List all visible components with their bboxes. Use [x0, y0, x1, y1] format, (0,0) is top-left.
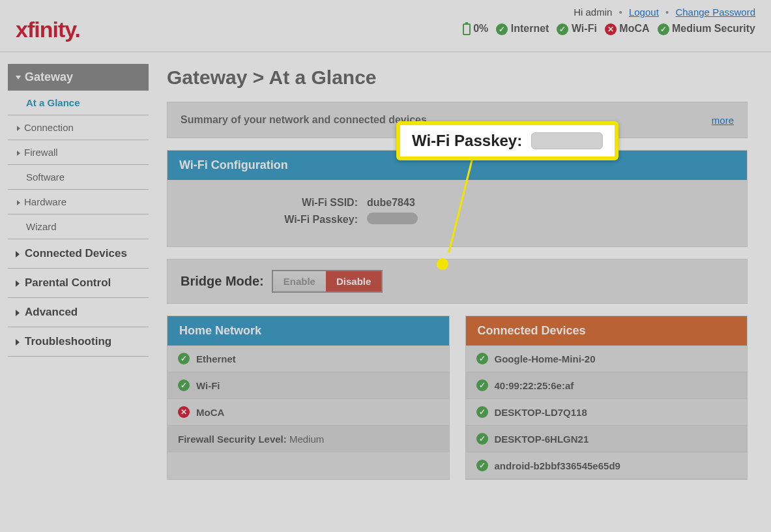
wifi-ssid-label: Wi-Fi SSID:	[167, 197, 363, 209]
sidebar-item-at-a-glance[interactable]: At a Glance	[8, 91, 149, 115]
sidebar-item-hardware[interactable]: Hardware	[8, 190, 149, 214]
battery-pct: 0%	[473, 23, 488, 34]
check-icon: ✓	[476, 460, 488, 471]
wifi-passkey-value	[363, 213, 418, 227]
redacted-passkey	[367, 213, 418, 224]
sidebar-item-software[interactable]: Software	[8, 165, 149, 190]
check-icon: ✓	[178, 379, 190, 391]
header-right: Hi admin • Logout • Change Password 0% ✓…	[463, 7, 755, 35]
check-icon: ✓	[476, 379, 488, 391]
callout-dot	[437, 258, 448, 270]
check-icon: ✓	[178, 353, 190, 364]
sidebar-item-wizard[interactable]: Wizard	[8, 214, 149, 239]
bridge-mode-label: Bridge Mode:	[181, 274, 264, 289]
battery-icon	[463, 23, 471, 35]
connected-device-item: ✓40:99:22:25:6e:af	[466, 372, 748, 399]
caret-right-icon	[17, 126, 20, 131]
home-network-panel: Home Network ✓Ethernet ✓Wi-Fi ✕MoCA Fire…	[167, 316, 450, 480]
more-link[interactable]: more	[712, 115, 734, 126]
status-internet: ✓ Internet	[496, 23, 549, 35]
check-icon: ✓	[476, 433, 488, 445]
wifi-ssid-value: dube7843	[363, 197, 415, 209]
check-icon: ✓	[557, 23, 568, 35]
logo: xfinity.	[16, 17, 80, 42]
connected-device-item: ✓DESKTOP-LD7Q118	[466, 399, 748, 426]
content: Gateway > At a Glance Summary of your ne…	[149, 52, 771, 480]
caret-right-icon	[16, 251, 20, 258]
sidebar-group-gateway[interactable]: Gateway	[8, 64, 149, 91]
wifi-passkey-label: Wi-Fi Passkey:	[167, 214, 363, 226]
connected-device-item: ✓android-b2bbf336545e65d9	[466, 452, 748, 479]
separator: •	[665, 7, 669, 18]
separator: •	[618, 7, 622, 18]
caret-right-icon	[17, 151, 20, 156]
change-password-link[interactable]: Change Password	[675, 7, 755, 18]
status-security: ✓ Medium Security	[658, 23, 755, 35]
caret-down-icon	[16, 76, 21, 80]
connected-devices-title: Connected Devices	[466, 316, 748, 346]
check-icon: ✓	[496, 23, 508, 35]
sidebar-item-connected-devices[interactable]: Connected Devices	[8, 239, 149, 269]
greeting-text: Hi admin	[574, 7, 612, 18]
status-moca: ✕ MoCA	[605, 23, 650, 35]
bridge-disable-button[interactable]: Disable	[326, 271, 381, 291]
header-links: Hi admin • Logout • Change Password	[463, 7, 755, 18]
wifi-config-panel: Wi-Fi Configuration Wi-Fi SSID: dube7843…	[167, 150, 748, 247]
firewall-value: Medium	[289, 434, 324, 445]
sidebar-item-connection[interactable]: Connection	[8, 115, 149, 140]
check-icon: ✓	[658, 23, 669, 35]
bridge-mode-panel: Bridge Mode: Enable Disable	[167, 259, 748, 304]
page-title: Gateway > At a Glance	[167, 66, 748, 89]
home-network-title: Home Network	[167, 316, 449, 346]
wifi-ssid-row: Wi-Fi SSID: dube7843	[167, 197, 747, 209]
main: Gateway At a Glance Connection Firewall …	[0, 52, 771, 480]
connected-devices-panel: Connected Devices ✓Google-Home-Mini-20 ✓…	[465, 316, 748, 480]
status-wifi: ✓ Wi-Fi	[557, 23, 596, 35]
status-row: 0% ✓ Internet ✓ Wi-Fi ✕ MoCA ✓ Medium Se…	[463, 23, 755, 35]
summary-text: Summary of your network and connected de…	[181, 114, 429, 126]
caret-right-icon	[16, 339, 20, 346]
connected-device-item: ✓Google-Home-Mini-20	[466, 346, 748, 372]
home-network-item-ethernet: ✓Ethernet	[167, 346, 449, 372]
caret-right-icon	[16, 310, 20, 316]
x-icon: ✕	[605, 23, 617, 35]
home-network-item-moca: ✕MoCA	[167, 399, 449, 426]
bridge-enable-button[interactable]: Enable	[273, 271, 326, 291]
caret-right-icon	[16, 280, 20, 287]
battery-status: 0%	[463, 23, 488, 35]
home-network-item-wifi: ✓Wi-Fi	[167, 372, 449, 399]
header: xfinity. Hi admin • Logout • Change Pass…	[0, 0, 771, 52]
sidebar-item-troubleshooting[interactable]: Troubleshooting	[8, 327, 149, 357]
callout-redacted	[531, 132, 603, 149]
check-icon: ✓	[476, 406, 488, 418]
check-icon: ✓	[476, 353, 488, 364]
connected-device-item: ✓DESKTOP-6HLGN21	[466, 426, 748, 452]
sidebar-item-advanced[interactable]: Advanced	[8, 298, 149, 327]
callout-label: Wi-Fi Passkey:	[412, 132, 522, 150]
bridge-mode-toggle: Enable Disable	[272, 270, 383, 293]
callout-passkey: Wi-Fi Passkey:	[396, 121, 618, 160]
caret-right-icon	[17, 200, 20, 205]
two-column-row: Home Network ✓Ethernet ✓Wi-Fi ✕MoCA Fire…	[167, 316, 748, 480]
sidebar-item-firewall[interactable]: Firewall	[8, 140, 149, 165]
firewall-security-row: Firewall Security Level: Medium	[167, 426, 449, 452]
sidebar-item-parental-control[interactable]: Parental Control	[8, 269, 149, 298]
logout-link[interactable]: Logout	[629, 7, 659, 18]
x-icon: ✕	[178, 406, 190, 418]
sidebar: Gateway At a Glance Connection Firewall …	[0, 52, 149, 480]
firewall-label: Firewall Security Level:	[178, 434, 287, 445]
